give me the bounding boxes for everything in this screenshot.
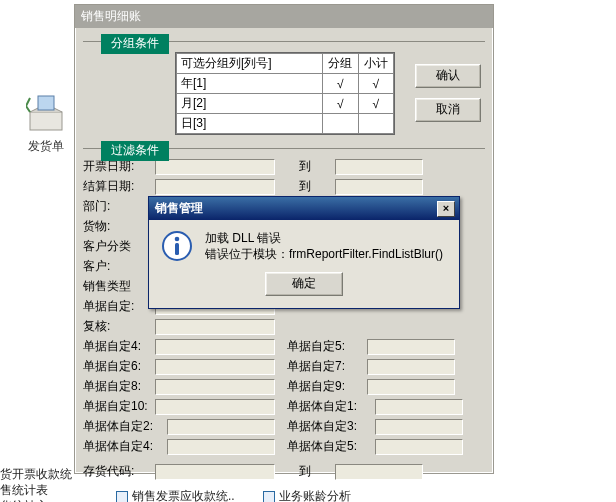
label-customer: 客户: <box>83 258 155 275</box>
label-stock-code: 存货代码: <box>83 463 155 480</box>
grid-col-name: 可选分组列[列号] <box>177 54 323 74</box>
label-custom7: 单据自定7: <box>275 358 367 375</box>
svg-rect-4 <box>175 243 179 255</box>
stock-code-from[interactable] <box>155 464 275 480</box>
body-custom2-field[interactable] <box>167 419 275 435</box>
dialog-title: 销售管理 <box>155 200 437 217</box>
label-custom4: 单据自定4: <box>83 338 155 355</box>
grid-row[interactable]: 月[2]√√ <box>177 94 394 114</box>
settle-date-from[interactable] <box>155 179 275 195</box>
label-bill-custom: 单据自定: <box>83 298 155 315</box>
invoice-date-from[interactable] <box>155 159 275 175</box>
grid-row[interactable]: 年[1]√√ <box>177 74 394 94</box>
label-custom5: 单据自定5: <box>275 338 367 355</box>
grid-header-row: 可选分组列[列号] 分组 小计 <box>177 54 394 74</box>
grid-col-subtotal: 小计 <box>358 54 393 74</box>
invoice-date-to[interactable] <box>335 159 423 175</box>
label-custom10: 单据自定10: <box>83 398 155 415</box>
custom10-field[interactable] <box>155 399 275 415</box>
nav-item[interactable]: 售统计表 <box>0 482 72 498</box>
window-title: 销售明细账 <box>75 5 493 28</box>
group-grid[interactable]: 可选分组列[列号] 分组 小计 年[1]√√ 月[2]√√ 日[3] <box>175 52 395 135</box>
doc-icon <box>263 491 275 503</box>
body-custom3-field[interactable] <box>375 419 463 435</box>
cancel-button[interactable]: 取消 <box>415 98 481 122</box>
background-nav: 货开票收款统 售统计表 华纺社主 <box>0 466 72 502</box>
svg-rect-0 <box>30 112 62 130</box>
grid-row[interactable]: 日[3] <box>177 114 394 134</box>
custom8-field[interactable] <box>155 379 275 395</box>
label-sale-type: 销售类型 <box>83 278 155 295</box>
label-body-custom3: 单据体自定3: <box>275 418 375 435</box>
label-cust-class: 客户分类 <box>83 238 155 255</box>
label-custom9: 单据自定9: <box>275 378 367 395</box>
custom5-field[interactable] <box>367 339 455 355</box>
doc-icon <box>116 491 128 503</box>
label-body-custom5: 单据体自定5: <box>275 438 375 455</box>
svg-rect-1 <box>38 96 54 110</box>
body-custom1-field[interactable] <box>375 399 463 415</box>
settle-date-to[interactable] <box>335 179 423 195</box>
label-settle-date: 结算日期: <box>83 178 155 195</box>
close-icon[interactable]: × <box>437 201 455 217</box>
grid-col-group: 分组 <box>323 54 358 74</box>
stock-code-to[interactable] <box>335 464 423 480</box>
ok-button[interactable]: 确认 <box>415 64 481 88</box>
nav-item[interactable]: 业务账龄分析 <box>279 488 351 502</box>
filter-conditions-header: 过滤条件 <box>83 141 485 155</box>
dialog-ok-button[interactable]: 确定 <box>265 272 343 296</box>
label-custom6: 单据自定6: <box>83 358 155 375</box>
custom4-field[interactable] <box>155 339 275 355</box>
label-body-custom4: 单据体自定4: <box>83 438 167 455</box>
review-field[interactable] <box>155 319 275 335</box>
svg-point-3 <box>175 237 180 242</box>
body-custom5-field[interactable] <box>375 439 463 455</box>
body-custom4-field[interactable] <box>167 439 275 455</box>
desktop-shortcut[interactable]: 发货单 <box>18 94 74 155</box>
info-icon <box>161 230 193 262</box>
label-review: 复核: <box>83 318 155 335</box>
error-dialog: 销售管理 × 加载 DLL 错误 错误位于模块：frmReportFilter.… <box>148 196 460 309</box>
bottom-nav: 销售发票应收款统.. 业务账龄分析 <box>116 488 351 502</box>
custom6-field[interactable] <box>155 359 275 375</box>
label-goods: 货物: <box>83 218 155 235</box>
label-body-custom1: 单据体自定1: <box>275 398 375 415</box>
label-body-custom2: 单据体自定2: <box>83 418 167 435</box>
dialog-message: 加载 DLL 错误 错误位于模块：frmReportFilter.FindLis… <box>205 230 443 262</box>
custom7-field[interactable] <box>367 359 455 375</box>
desktop-shortcut-label: 发货单 <box>18 138 74 155</box>
document-box-icon <box>26 94 66 134</box>
nav-item[interactable]: 货开票收款统 <box>0 466 72 482</box>
label-custom8: 单据自定8: <box>83 378 155 395</box>
nav-item[interactable]: 销售发票应收款统.. <box>132 488 235 502</box>
label-dept: 部门: <box>83 198 155 215</box>
group-conditions-header: 分组条件 <box>83 34 485 48</box>
nav-item[interactable]: 华纺社主 <box>0 498 72 502</box>
custom9-field[interactable] <box>367 379 455 395</box>
